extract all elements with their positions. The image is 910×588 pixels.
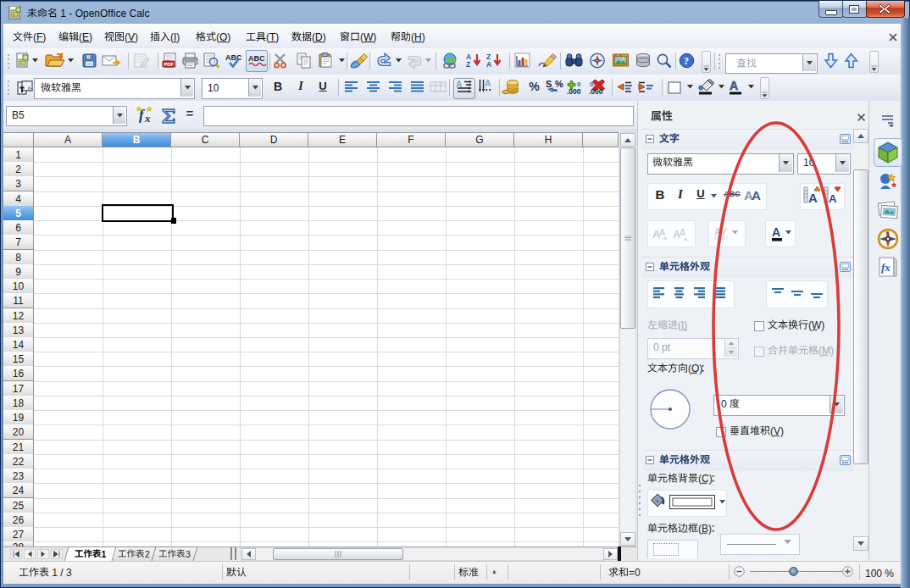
svg-text:ABC: ABC xyxy=(225,53,242,62)
svg-text:A: A xyxy=(730,79,738,92)
svg-text:A: A xyxy=(659,228,665,237)
svg-text:=0: =0 xyxy=(629,567,641,579)
svg-text:A: A xyxy=(772,225,780,239)
svg-text:fx: fx xyxy=(881,261,891,274)
svg-text:(W): (W) xyxy=(808,319,824,331)
svg-text:0: 0 xyxy=(721,398,730,410)
svg-text:ABC: ABC xyxy=(248,54,265,63)
svg-text:A: A xyxy=(829,192,837,205)
svg-text:(O): (O) xyxy=(688,363,702,374)
svg-text:AV: AV xyxy=(714,226,727,236)
svg-text:A: A xyxy=(680,228,685,237)
svg-text:.000: .000 xyxy=(589,87,603,96)
svg-text:(C): (C) xyxy=(698,473,713,485)
svg-text:A: A xyxy=(485,79,491,88)
svg-text:Z: Z xyxy=(466,60,470,69)
svg-text:?: ? xyxy=(684,55,689,67)
svg-text:x: x xyxy=(144,112,151,125)
svg-text:.000: .000 xyxy=(567,87,581,96)
svg-text:(B): (B) xyxy=(698,523,712,535)
svg-text:1 - OpenOffice Calc: 1 - OpenOffice Calc xyxy=(58,8,150,19)
svg-text:A: A xyxy=(752,188,761,202)
svg-text:A: A xyxy=(486,60,491,69)
svg-text:PDF: PDF xyxy=(164,62,174,67)
svg-text:(I): (I) xyxy=(678,319,687,331)
svg-text:A: A xyxy=(808,191,818,205)
svg-text:(V): (V) xyxy=(770,425,784,437)
svg-text:N: N xyxy=(886,230,890,236)
svg-text:%: % xyxy=(555,79,563,89)
svg-text:1 / 3: 1 / 3 xyxy=(49,567,72,579)
svg-text:S: S xyxy=(546,79,552,89)
svg-text:(M): (M) xyxy=(818,345,834,357)
